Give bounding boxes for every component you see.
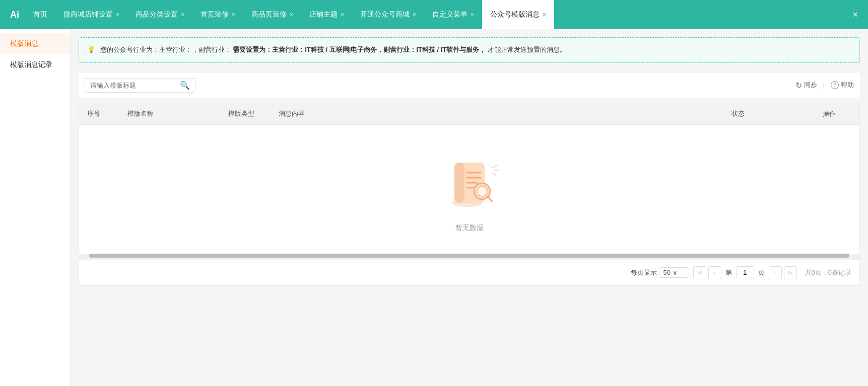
total-info: 共0页，0条记录 xyxy=(805,268,851,277)
page-size-select: 每页显示 50 ∨ xyxy=(631,267,689,278)
tab-template-msg-close[interactable]: × xyxy=(543,11,546,18)
next-page-button[interactable]: › xyxy=(769,266,782,279)
th-action-label: 操作 xyxy=(823,110,836,117)
help-circle-icon: ? xyxy=(831,81,839,89)
sidebar: 模版消息 模版消息记录 xyxy=(0,29,71,386)
tab-wechat-shop-close[interactable]: × xyxy=(116,11,119,18)
window-close-icon: × xyxy=(852,10,858,20)
tab-category[interactable]: 商品分类设置 × xyxy=(127,0,192,29)
page-size-dropdown[interactable]: 50 ∨ xyxy=(659,267,689,278)
th-seq: 序号 xyxy=(79,103,119,124)
th-status: 状态 xyxy=(723,103,799,124)
sidebar-item-template[interactable]: 模版消息 xyxy=(0,33,70,54)
tab-homepage-decor-label: 首页装修 xyxy=(201,10,229,19)
horizontal-scrollbar[interactable] xyxy=(79,254,859,260)
tab-category-close[interactable]: × xyxy=(181,11,184,18)
th-content-label: 消息内容 xyxy=(279,110,305,117)
tab-open-mall-label: 开通公众号商城 xyxy=(360,10,410,19)
window-close-button[interactable]: × xyxy=(846,10,864,20)
th-name: 模版名称 xyxy=(119,103,220,124)
help-label: 帮助 xyxy=(841,81,854,90)
tab-homepage-decor[interactable]: 首页装修 × xyxy=(192,0,243,29)
sync-button[interactable]: ↻ 同步 xyxy=(795,81,817,90)
svg-line-10 xyxy=(492,173,496,175)
pagination: 每页显示 50 ∨ ⊲ ‹ 第 页 › ⊳ 共0页，0条记录 xyxy=(79,260,859,285)
tab-product-decor-close[interactable]: × xyxy=(290,11,293,18)
tab-open-mall[interactable]: 开通公众号商城 × xyxy=(352,0,424,29)
tab-wechat-shop-label: 微商城店铺设置 xyxy=(63,10,113,19)
toolbar-right: ↻ 同步 | ? 帮助 xyxy=(795,81,854,90)
tab-open-mall-close[interactable]: × xyxy=(413,11,416,18)
notice-box: 💡 您的公众号行业为：主营行业：，副营行业： 需要设置为：主营行业：IT科技 /… xyxy=(79,37,860,63)
search-input[interactable] xyxy=(90,82,180,89)
first-page-button[interactable]: ⊲ xyxy=(693,266,706,279)
tab-shop-theme-close[interactable]: × xyxy=(341,11,344,18)
page-number-input[interactable] xyxy=(736,266,754,279)
page-label: 第 xyxy=(725,268,732,277)
empty-state: 暂无数据 xyxy=(79,125,859,253)
th-content: 消息内容 xyxy=(271,103,723,124)
svg-line-8 xyxy=(492,165,497,168)
th-action: 操作 xyxy=(799,103,859,124)
sidebar-template-record-label: 模版消息记录 xyxy=(10,60,52,68)
toolbar-divider: | xyxy=(823,82,825,89)
empty-text: 暂无数据 xyxy=(455,223,484,233)
tab-product-decor[interactable]: 商品页装修 × xyxy=(243,0,301,29)
main-layout: 模版消息 模版消息记录 💡 您的公众号行业为：主营行业：，副营行业： 需要设置为… xyxy=(0,29,868,386)
tab-home-label: 首页 xyxy=(33,10,47,19)
sidebar-item-template-record[interactable]: 模版消息记录 xyxy=(0,54,70,75)
tab-logo: Ai xyxy=(4,0,25,29)
pager-buttons: ⊲ ‹ 第 页 › ⊳ xyxy=(693,266,797,279)
th-type-label: 模版类型 xyxy=(228,110,254,117)
tab-custom-menu-close[interactable]: × xyxy=(471,11,474,18)
page-size-label: 每页显示 xyxy=(631,268,657,277)
chevron-down-icon: ∨ xyxy=(673,269,678,276)
page-suffix: 页 xyxy=(758,268,765,277)
notice-suffix: 才能正常发送预置的消息。 xyxy=(488,46,566,53)
tab-shop-theme[interactable]: 店铺主题 × xyxy=(301,0,352,29)
tab-category-label: 商品分类设置 xyxy=(136,10,178,19)
notice-highlight: 需要设置为：主营行业：IT科技 / 互联网|电子商务，副营行业：IT科技 / I… xyxy=(233,46,486,53)
tab-wechat-shop[interactable]: 微商城店铺设置 × xyxy=(55,0,127,29)
tab-shop-theme-label: 店铺主题 xyxy=(309,10,338,19)
data-table: 序号 模版名称 模版类型 消息内容 状态 操作 xyxy=(79,103,860,286)
th-status-label: 状态 xyxy=(731,110,745,117)
sync-icon: ↻ xyxy=(795,81,802,90)
content-area: 💡 您的公众号行业为：主营行业：，副营行业： 需要设置为：主营行业：IT科技 /… xyxy=(71,29,868,386)
notice-prefix: 您的公众号行业为：主营行业：，副营行业： xyxy=(100,46,231,53)
logo-text: Ai xyxy=(10,10,19,20)
prev-page-button[interactable]: ‹ xyxy=(708,266,721,279)
th-name-label: 模版名称 xyxy=(127,110,154,117)
tab-home[interactable]: 首页 xyxy=(25,0,55,29)
tab-template-msg[interactable]: 公众号模版消息 × xyxy=(482,0,554,29)
tab-custom-menu-label: 自定义菜单 xyxy=(432,10,468,19)
tab-bar: Ai 首页 微商城店铺设置 × 商品分类设置 × 首页装修 × 商品页装修 × … xyxy=(0,0,868,29)
th-type: 模版类型 xyxy=(220,103,271,124)
tab-homepage-decor-close[interactable]: × xyxy=(232,11,235,18)
empty-illustration xyxy=(439,155,500,215)
sidebar-template-label: 模版消息 xyxy=(10,39,38,47)
toolbar: 🔍 ↻ 同步 | ? 帮助 xyxy=(79,73,860,98)
tab-template-msg-label: 公众号模版消息 xyxy=(490,10,540,19)
svg-line-7 xyxy=(487,196,492,201)
scrollbar-thumb[interactable] xyxy=(89,254,849,258)
tab-custom-menu[interactable]: 自定义菜单 × xyxy=(424,0,482,29)
table-header: 序号 模版名称 模版类型 消息内容 状态 操作 xyxy=(79,103,859,125)
svg-point-6 xyxy=(477,186,487,196)
tab-product-decor-label: 商品页装修 xyxy=(251,10,287,19)
last-page-button[interactable]: ⊳ xyxy=(784,266,797,279)
search-icon[interactable]: 🔍 xyxy=(180,81,190,90)
search-input-wrap[interactable]: 🔍 xyxy=(85,78,195,93)
notice-icon: 💡 xyxy=(87,46,95,53)
help-button[interactable]: ? 帮助 xyxy=(831,81,854,90)
page-size-value: 50 xyxy=(663,269,671,276)
sync-label: 同步 xyxy=(804,81,817,90)
th-seq-label: 序号 xyxy=(87,110,100,117)
